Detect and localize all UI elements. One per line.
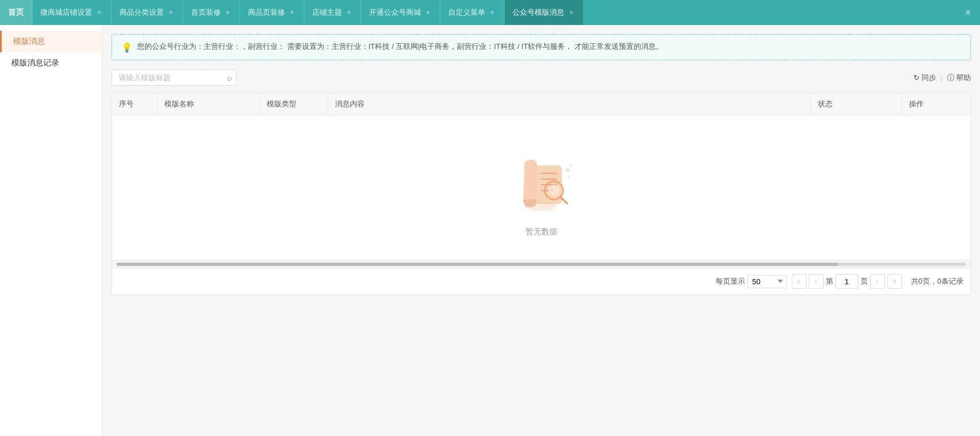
page-body: 模版消息 模版消息记录 💡 您的公众号行业为：主营行业：，副营行业： 需要设置为… xyxy=(0,25,980,436)
notice-icon: 💡 xyxy=(121,42,133,53)
global-close-button[interactable]: × xyxy=(956,0,980,25)
page-size-dropdown[interactable]: 50 10 20 100 xyxy=(747,275,787,288)
last-page-button[interactable]: » xyxy=(887,274,902,289)
nav-tab-product[interactable]: 商品页装修 × xyxy=(240,0,304,25)
main-content: 💡 您的公众号行业为：主营行业：，副营行业： 需要设置为：主营行业：IT科技 /… xyxy=(102,25,980,436)
search-bar: ⌕ ↻ 同步 | ⓘ 帮助 xyxy=(111,69,971,86)
first-page-button[interactable]: « xyxy=(792,274,807,289)
scroll-track xyxy=(117,263,966,266)
top-nav: 首页 微商城店铺设置 × 商品分类设置 × 首页装修 × 商品页装修 × 店铺主… xyxy=(0,0,980,25)
table-header: 序号 模版名称 模版类型 消息内容 状态 操作 xyxy=(112,93,970,115)
notice-text: 您的公众号行业为：主营行业：，副营行业： 需要设置为：主营行业：IT科技 / 互… xyxy=(137,41,663,52)
data-table: 序号 模版名称 模版类型 消息内容 状态 操作 xyxy=(111,93,971,295)
page-nav: « ‹ 第 页 › » xyxy=(792,274,902,289)
nav-tab-template-close[interactable]: × xyxy=(568,8,575,17)
nav-tab-category-close[interactable]: × xyxy=(167,8,175,17)
nav-tab-template[interactable]: 公众号模版消息 × xyxy=(505,0,584,25)
nav-tab-theme[interactable]: 店铺主题 × xyxy=(304,0,361,25)
empty-illustration xyxy=(507,150,576,218)
sidebar-item-template-msg[interactable]: 模版消息 xyxy=(0,31,102,52)
search-input[interactable] xyxy=(111,69,237,86)
nav-tab-custommenu-label: 自定义菜单 xyxy=(448,7,485,18)
scroll-thumb xyxy=(117,263,838,266)
col-action: 操作 xyxy=(902,93,970,115)
search-left: ⌕ xyxy=(111,69,237,86)
nav-tab-homepage-label: 首页装修 xyxy=(191,7,221,18)
sidebar-item-template-log[interactable]: 模版消息记录 xyxy=(0,52,102,74)
svg-point-9 xyxy=(570,164,572,167)
nav-tab-homepage[interactable]: 首页装修 × xyxy=(183,0,240,25)
nav-tab-theme-close[interactable]: × xyxy=(345,8,353,17)
divider: | xyxy=(941,73,942,82)
page-label-after: 页 xyxy=(861,276,868,286)
col-content: 消息内容 xyxy=(328,93,811,115)
help-button[interactable]: ⓘ 帮助 xyxy=(947,73,971,83)
sync-button[interactable]: ↻ 同步 xyxy=(913,73,936,83)
notice-box: 💡 您的公众号行业为：主营行业：，副营行业： 需要设置为：主营行业：IT科技 /… xyxy=(111,34,971,60)
page-label-before: 第 xyxy=(826,276,833,286)
empty-state: 暂无数据 xyxy=(112,115,970,260)
nav-tab-custommenu-close[interactable]: × xyxy=(489,8,496,17)
svg-point-10 xyxy=(568,176,570,178)
svg-point-6 xyxy=(548,185,560,196)
nav-tab-home-label: 首页 xyxy=(8,7,24,18)
col-status: 状态 xyxy=(811,93,902,115)
search-button[interactable]: ⌕ xyxy=(227,73,232,82)
nav-tab-theme-label: 店铺主题 xyxy=(312,7,342,18)
search-icon: ⌕ xyxy=(227,73,232,82)
nav-tab-homepage-close[interactable]: × xyxy=(224,8,231,17)
sidebar: 模版消息 模版消息记录 xyxy=(0,25,102,436)
page-size-label: 每页显示 xyxy=(716,276,745,286)
nav-tab-weshop-label: 微商城店铺设置 xyxy=(40,7,92,18)
nav-tab-category[interactable]: 商品分类设置 × xyxy=(111,0,183,25)
nav-tab-home[interactable]: 首页 xyxy=(0,0,32,25)
nav-tab-product-close[interactable]: × xyxy=(288,8,296,17)
scrollbar-area[interactable] xyxy=(112,260,970,268)
nav-tab-weshop[interactable]: 微商城店铺设置 × xyxy=(32,0,111,25)
page-input[interactable] xyxy=(836,274,858,289)
empty-text: 暂无数据 xyxy=(526,227,557,237)
col-index: 序号 xyxy=(112,93,158,115)
page-size-select: 每页显示 50 10 20 100 xyxy=(716,275,787,288)
nav-tab-template-label: 公众号模版消息 xyxy=(512,7,564,18)
pagination: 每页显示 50 10 20 100 « ‹ 第 页 › » xyxy=(112,268,970,294)
nav-tab-weshop-close[interactable]: × xyxy=(96,8,103,17)
col-name: 模版名称 xyxy=(158,93,260,115)
nav-tab-custommenu[interactable]: 自定义菜单 × xyxy=(440,0,505,25)
col-type: 模版类型 xyxy=(260,93,328,115)
prev-page-button[interactable]: ‹ xyxy=(809,274,824,289)
nav-tab-product-label: 商品页装修 xyxy=(248,7,285,18)
nav-tab-mall[interactable]: 开通公众号商城 × xyxy=(361,0,440,25)
help-icon: ⓘ xyxy=(947,73,954,83)
nav-tab-mall-close[interactable]: × xyxy=(424,8,432,17)
sync-icon: ↻ xyxy=(913,73,920,82)
nav-tab-mall-label: 开通公众号商城 xyxy=(369,7,421,18)
total-info: 共0页，0条记录 xyxy=(911,276,964,286)
svg-point-8 xyxy=(566,168,569,172)
nav-tab-category-label: 商品分类设置 xyxy=(119,7,164,18)
search-right: ↻ 同步 | ⓘ 帮助 xyxy=(913,73,971,83)
next-page-button[interactable]: › xyxy=(870,274,885,289)
search-input-wrap: ⌕ xyxy=(111,69,237,86)
